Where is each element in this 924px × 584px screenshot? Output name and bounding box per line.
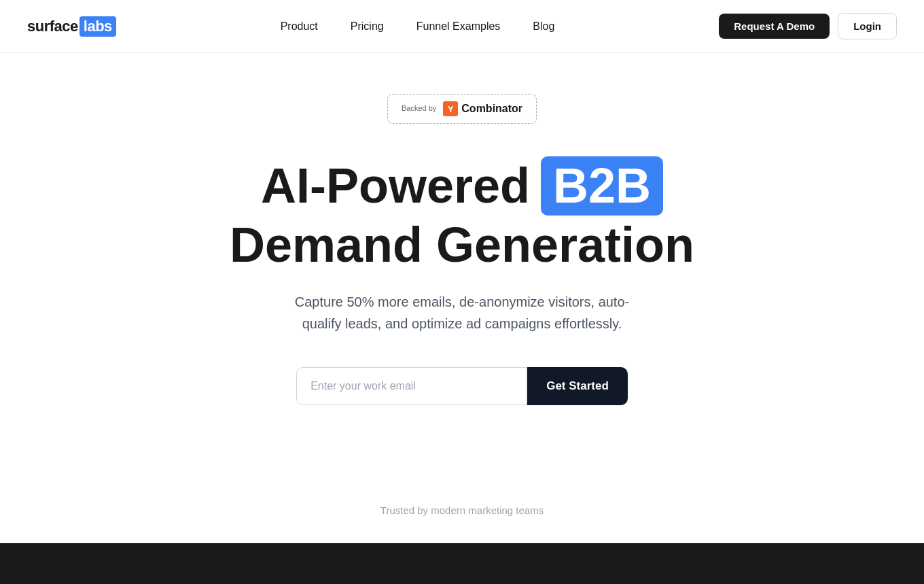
nav-actions: Request A Demo Login [719, 13, 897, 39]
logo-labs-text: labs [79, 16, 116, 37]
backed-by-text: Backed by [402, 104, 436, 113]
hero-subtext-line2: qualify leads, and optimize ad campaigns… [302, 316, 622, 331]
yc-logo: Y Combinator [443, 101, 522, 116]
hero-subtext-line1: Capture 50% more emails, de-anonymize vi… [295, 294, 629, 309]
nav-item-funnel-examples[interactable]: Funnel Examples [403, 15, 514, 37]
yc-badge: Backed by Y Combinator [387, 94, 537, 124]
trusted-text: Trusted by modern marketing teams [380, 504, 544, 516]
get-started-button[interactable]: Get Started [527, 367, 628, 405]
hero-line1: AI-Powered B2B [230, 156, 694, 216]
login-button[interactable]: Login [838, 13, 897, 39]
hero-ai-powered-text: AI-Powered [261, 159, 530, 213]
nav-item-pricing[interactable]: Pricing [337, 15, 397, 37]
footer-bar [0, 543, 924, 584]
yc-y-icon: Y [443, 101, 458, 116]
hero-line2: Demand Generation [230, 218, 694, 272]
main-content: Backed by Y Combinator AI-Powered B2B De… [0, 53, 924, 543]
nav-links: Product Pricing Funnel Examples Blog [267, 20, 569, 33]
hero-subtext: Capture 50% more emails, de-anonymize vi… [295, 291, 629, 334]
request-demo-button[interactable]: Request A Demo [719, 14, 830, 39]
nav-item-product[interactable]: Product [267, 15, 332, 37]
logo[interactable]: surfacelabs [27, 16, 116, 37]
hero-heading: AI-Powered B2B Demand Generation [230, 156, 694, 272]
logo-surface-text: surface [27, 18, 78, 35]
email-form: Get Started [296, 367, 628, 405]
email-input[interactable] [296, 367, 527, 405]
combinator-text: Combinator [461, 103, 522, 115]
nav-item-blog[interactable]: Blog [519, 15, 568, 37]
hero-b2b-badge: B2B [541, 156, 663, 216]
navbar: surfacelabs Product Pricing Funnel Examp… [0, 0, 924, 53]
